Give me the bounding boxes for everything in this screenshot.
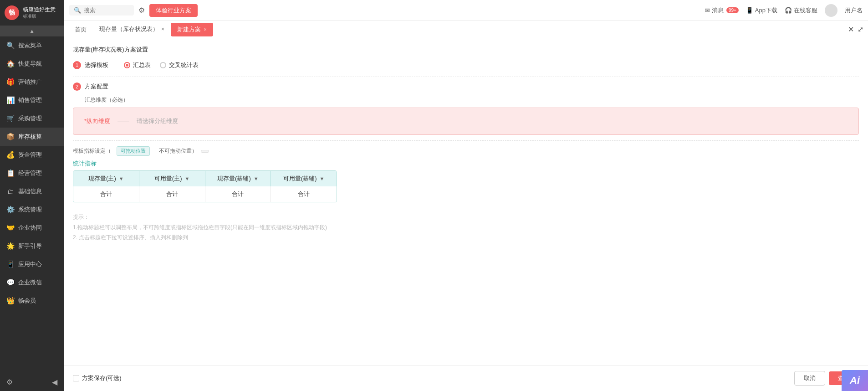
apps-icon: 📱 <box>6 260 15 268</box>
sidebar-item-purchase[interactable]: 🛒 采购管理 <box>0 109 64 128</box>
sidebar-scroll-up[interactable]: ▲ <box>0 26 64 36</box>
cancel-button[interactable]: 取消 <box>794 371 825 386</box>
app-download-button[interactable]: 📱 App下载 <box>746 6 777 15</box>
indicator-setting-label: 模板指标设定（ <box>73 147 111 155</box>
vip-icon: 👑 <box>6 297 15 305</box>
guide-icon: 🌟 <box>6 242 15 250</box>
tab-new-plan-close[interactable]: × <box>204 26 207 33</box>
sidebar-item-apps[interactable]: 📱 应用中心 <box>0 255 64 273</box>
sidebar-item-operation[interactable]: 📋 经营管理 <box>0 164 64 182</box>
non-draggable-chip <box>201 150 209 153</box>
stats-col-agg: 合计 <box>139 186 205 202</box>
non-drag-label: 不可拖动位置） <box>159 147 197 155</box>
stats-col-header[interactable]: 可用量(主)▼ <box>139 171 205 186</box>
app-logo-icon: 畅 <box>5 5 19 20</box>
message-icon: ✉ <box>705 7 710 14</box>
sidebar-footer: ⚙ ◀ <box>0 373 64 391</box>
aggregate-label: 汇总维度（必选） <box>85 96 859 104</box>
stats-table: 现存量(主)▼可用量(主)▼现存量(基辅)▼可用量(基辅)▼ 合计合计合计合计 <box>73 170 337 202</box>
tabs-bar: 首页 现存量（库存状况表） × 新建方案 × ✕ ⤢ <box>64 21 868 38</box>
sidebar-item-guide[interactable]: 🌟 新手引导 <box>0 237 64 255</box>
draggable-chip[interactable]: 可拖动位置 <box>117 146 150 156</box>
sidebar-item-label: 新手引导 <box>18 242 42 250</box>
sidebar-item-wechat[interactable]: 💬 企业微信 <box>0 273 64 292</box>
trial-button[interactable]: 体验行业方案 <box>149 4 198 17</box>
stats-label: 统计指标 <box>73 159 859 168</box>
cooperation-icon: 🤝 <box>6 224 15 232</box>
tab-inventory[interactable]: 现存量（库存状况表） × <box>93 22 171 37</box>
tab-new-plan[interactable]: 新建方案 × <box>171 23 213 36</box>
dimension-placeholder: 请选择分组维度 <box>137 117 178 125</box>
save-checkbox[interactable] <box>73 375 79 381</box>
main-area: 🔍 ⚙ 体验行业方案 ✉ 消息 99+ 📱 App下载 🎧 在线客服 用户名 <box>64 0 868 391</box>
inventory-icon: 📦 <box>6 133 15 141</box>
marketing-icon: 🎁 <box>6 78 15 86</box>
user-avatar[interactable] <box>825 4 837 17</box>
dimension-row[interactable]: *纵向维度 —— 请选择分组维度 <box>73 108 859 135</box>
sidebar-logo: 畅 畅康通好生意 标准版 <box>0 0 64 26</box>
sidebar-item-label: 应用中心 <box>18 260 42 268</box>
sidebar-item-system[interactable]: ⚙️ 系统管理 <box>0 201 64 219</box>
tab-inventory-close[interactable]: × <box>161 26 164 32</box>
summary-radio[interactable] <box>124 62 130 68</box>
settings-icon[interactable]: ⚙ <box>6 378 13 386</box>
sidebar-item-search[interactable]: 🔍 搜索菜单 <box>0 36 64 55</box>
gear-icon[interactable]: ⚙ <box>138 6 145 15</box>
topbar: 🔍 ⚙ 体验行业方案 ✉ 消息 99+ 📱 App下载 🎧 在线客服 用户名 <box>64 0 868 21</box>
section-divider-2 <box>73 140 859 141</box>
tabs-window-controls: ✕ ⤢ <box>848 25 863 34</box>
message-badge: 99+ <box>726 7 739 13</box>
search-box[interactable]: 🔍 <box>69 5 134 15</box>
sidebar-item-marketing[interactable]: 🎁 营销推广 <box>0 73 64 91</box>
sidebar-item-basic[interactable]: 🗂 基础信息 <box>0 182 64 201</box>
template-summary-option[interactable]: 汇总表 <box>124 61 151 69</box>
ai-badge[interactable]: Ai <box>842 370 868 391</box>
sidebar-item-vip[interactable]: 👑 畅会员 <box>0 292 64 310</box>
search-input[interactable] <box>84 7 129 14</box>
sidebar-item-sales[interactable]: 📊 销售管理 <box>0 91 64 109</box>
save-option[interactable]: 方案保存(可选) <box>73 374 122 382</box>
page-title: 现存量(库存状况表)方案设置 <box>73 46 859 54</box>
sidebar: 畅 畅康通好生意 标准版 ▲ 🔍 搜索菜单🏠 快捷导航🎁 营销推广📊 销售管理🛒… <box>0 0 64 391</box>
stats-col-header[interactable]: 可用量(基辅)▼ <box>271 171 337 186</box>
window-close-btn[interactable]: ✕ <box>848 25 854 34</box>
cross-radio[interactable] <box>160 62 166 68</box>
basic-icon: 🗂 <box>6 187 15 196</box>
sidebar-item-label: 经营管理 <box>18 169 42 177</box>
sidebar-item-shortcut[interactable]: 🏠 快捷导航 <box>0 55 64 73</box>
sidebar-item-label: 资金管理 <box>18 151 42 159</box>
collapse-icon[interactable]: ◀ <box>52 378 57 386</box>
sidebar-item-label: 基础信息 <box>18 187 42 196</box>
footer-bar: 方案保存(可选) 取消 查询 <box>64 365 868 391</box>
sidebar-item-label: 采购管理 <box>18 114 42 123</box>
tips-title: 提示： <box>73 213 859 221</box>
sidebar-item-finance[interactable]: 💰 资金管理 <box>0 146 64 164</box>
sidebar-nav: 🔍 搜索菜单🏠 快捷导航🎁 营销推广📊 销售管理🛒 采购管理📦 库存核算💰 资金… <box>0 36 64 373</box>
stats-col-agg: 合计 <box>205 186 271 202</box>
username[interactable]: 用户名 <box>845 6 863 15</box>
tab-home[interactable]: 首页 <box>68 23 93 36</box>
sidebar-item-inventory[interactable]: 📦 库存核算 <box>0 128 64 146</box>
sidebar-item-label: 销售管理 <box>18 96 42 104</box>
sidebar-item-label: 快捷导航 <box>18 60 42 68</box>
indicator-header: 模板指标设定（ 可拖动位置 不可拖动位置） <box>73 146 859 156</box>
dimension-label: *纵向维度 <box>84 117 110 125</box>
stats-col-header[interactable]: 现存量(主)▼ <box>73 171 139 186</box>
finance-icon: 💰 <box>6 151 15 159</box>
tip-2: 2. 点击标题栏下拉可设置排序、插入列和删除列 <box>73 233 859 243</box>
content-inner: 现存量(库存状况表)方案设置 1 选择模板 汇总表 交叉统计表 <box>64 38 868 365</box>
online-service-button[interactable]: 🎧 在线客服 <box>785 6 817 15</box>
template-cross-option[interactable]: 交叉统计表 <box>160 61 199 69</box>
sidebar-item-cooperation[interactable]: 🤝 企业协同 <box>0 219 64 237</box>
sidebar-item-label: 企业协同 <box>18 224 42 232</box>
section1-title: 选择模板 <box>85 61 108 69</box>
search-icon: 🔍 <box>6 41 15 50</box>
section2-num: 2 <box>73 82 81 91</box>
stats-col-header[interactable]: 现存量(基辅)▼ <box>205 171 271 186</box>
section-plan-config: 2 方案配置 汇总维度（必选） *纵向维度 —— 请选择分组维度 模板指标设定（… <box>73 82 859 246</box>
headset-icon: 🎧 <box>785 7 792 14</box>
messages-button[interactable]: ✉ 消息 99+ <box>705 6 739 15</box>
window-expand-btn[interactable]: ⤢ <box>858 25 863 34</box>
operation-icon: 📋 <box>6 169 15 177</box>
sidebar-item-label: 搜索菜单 <box>18 41 42 50</box>
